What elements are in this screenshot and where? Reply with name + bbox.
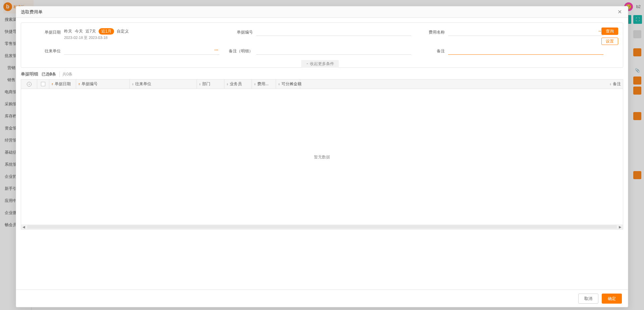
party-input[interactable] <box>64 47 219 55</box>
th-dept[interactable]: 部门 <box>197 80 224 89</box>
bill-table: 单据日期 单据编号 往来单位 部门 <box>21 79 623 229</box>
chevron-up-icon <box>306 61 309 66</box>
bill-no-label: 单据编号 <box>229 28 253 35</box>
select-all-checkbox[interactable] <box>37 80 49 89</box>
total-count: 共0条 <box>59 71 73 77</box>
th-fee[interactable]: 费用... <box>252 80 276 89</box>
th-amount[interactable]: 可分摊金额 <box>276 80 300 89</box>
date-preset-group: 昨天 今天 近7天 近1月 自定义 <box>64 28 219 35</box>
query-button[interactable]: 查询 <box>601 28 618 35</box>
column-settings-button[interactable] <box>21 80 37 89</box>
setting-button[interactable]: 设置 <box>601 38 618 45</box>
sort-icon <box>278 83 280 86</box>
scroll-right-icon[interactable]: ▶ <box>618 225 623 229</box>
party-label: 往来单位 <box>37 47 61 54</box>
modal-title: 选取费用单 <box>21 9 616 15</box>
preset-yesterday[interactable]: 昨天 <box>64 29 72 34</box>
th-remark[interactable]: 备注 <box>300 80 623 89</box>
th-sales[interactable]: 业务员 <box>224 80 252 89</box>
collapse-label: 收起更多条件 <box>310 61 334 67</box>
sort-icon <box>254 83 256 86</box>
remark-detail-input[interactable] <box>256 47 412 55</box>
sort-icon <box>51 83 53 86</box>
ok-button[interactable]: 确定 <box>602 294 622 304</box>
preset-custom[interactable]: 自定义 <box>117 29 129 34</box>
fee-name-input[interactable] <box>448 28 603 36</box>
fee-name-label: 费用名称 <box>421 28 445 35</box>
checkbox-icon <box>41 82 45 86</box>
preset-last1m[interactable]: 近1月 <box>99 28 114 35</box>
section-title: 单据明细 <box>21 71 38 77</box>
filter-card: 查询 设置 单据日期 昨天 今天 近7天 <box>21 22 623 68</box>
bill-date-label: 单据日期 <box>37 28 61 35</box>
selected-count: 已选0条 <box>42 71 56 77</box>
empty-state: 暂无数据 <box>21 154 623 160</box>
bill-no-input[interactable] <box>256 28 412 36</box>
close-icon[interactable]: ✕ <box>616 7 623 16</box>
preset-today[interactable]: 今天 <box>75 29 83 34</box>
scroll-left-icon[interactable]: ◀ <box>21 225 26 229</box>
th-bill-date[interactable]: 单据日期 <box>49 80 76 89</box>
sort-icon <box>609 83 611 86</box>
gear-icon <box>27 82 32 87</box>
sort-icon <box>226 83 228 86</box>
preset-last7[interactable]: 近7天 <box>86 29 96 34</box>
party-picker-icon[interactable]: ⋯ <box>214 48 219 52</box>
th-party[interactable]: 往来单位 <box>130 80 197 89</box>
th-bill-no[interactable]: 单据编号 <box>76 80 130 89</box>
collapse-filters-button[interactable]: 收起更多条件 <box>301 60 339 68</box>
horizontal-scrollbar[interactable]: ◀ ▶ <box>21 224 623 229</box>
sort-icon <box>199 83 201 86</box>
select-fee-bill-modal: 选取费用单 ✕ 查询 设置 单据日期 <box>16 6 628 307</box>
cancel-button[interactable]: 取消 <box>578 294 598 304</box>
sort-icon <box>78 83 80 86</box>
remark-input[interactable] <box>448 47 603 55</box>
remark-label: 备注 <box>421 47 445 54</box>
remark-detail-label: 备注（明细） <box>229 47 253 54</box>
fee-name-picker-icon[interactable]: ⋯ <box>598 29 603 34</box>
sort-icon <box>132 83 134 86</box>
date-range-text: 2023-02-18 至 2023-03-18 <box>64 35 219 40</box>
modal-overlay: 选取费用单 ✕ 查询 设置 单据日期 <box>0 0 644 310</box>
